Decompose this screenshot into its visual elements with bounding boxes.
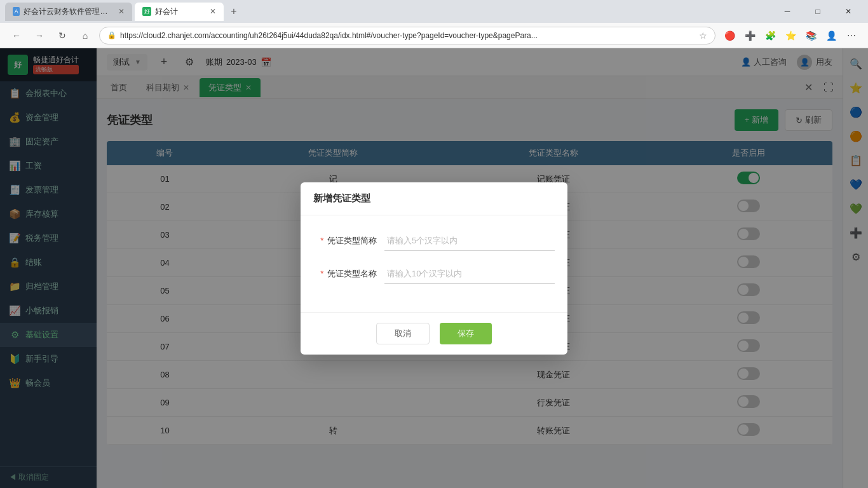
tab2-title: 好会计 (155, 6, 178, 17)
new-tab-button[interactable]: + (226, 4, 241, 19)
maximize-button[interactable]: □ (803, 1, 832, 22)
tab2-favicon: 好 (142, 7, 151, 16)
full-name-label-text: 凭证类型名称 (327, 269, 377, 278)
save-button[interactable]: 保存 (440, 323, 492, 344)
form-row-full-name: * 凭证类型名称 (313, 264, 555, 284)
forward-button[interactable]: → (31, 27, 48, 44)
back-button[interactable]: ← (8, 27, 25, 44)
minimize-button[interactable]: ─ (773, 1, 802, 22)
favorites-icon[interactable]: ⭐ (782, 27, 799, 44)
url-lock-icon: 🔒 (107, 31, 116, 39)
full-name-input[interactable] (384, 264, 555, 284)
short-name-label: * 凭证类型简称 (313, 235, 377, 247)
modal-header: 新增凭证类型 (301, 182, 567, 215)
short-name-label-text: 凭证类型简称 (327, 236, 377, 245)
browser-menu[interactable]: ⋯ (843, 27, 860, 44)
tab-2[interactable]: 好 好会计 ✕ (135, 3, 224, 21)
tab-bar: A 好会计云财务软件管理系统_会计 ✕ 好 好会计 ✕ + (5, 3, 764, 21)
refresh-button[interactable]: ↻ (53, 27, 71, 44)
modal-title: 新增凭证类型 (313, 193, 370, 203)
required-star-1: * (320, 236, 323, 245)
save-label: 保存 (458, 329, 474, 338)
modal-overlay: 新增凭证类型 * 凭证类型简称 * 凭证类型名称 取消 (0, 48, 868, 488)
form-row-short-name: * 凭证类型简称 (313, 231, 555, 251)
add-tab-icon[interactable]: ➕ (741, 27, 759, 44)
url-star-icon[interactable]: ☆ (699, 30, 707, 41)
tab1-title: 好会计云财务软件管理系统_会计 (24, 6, 114, 17)
browser-chrome: A 好会计云财务软件管理系统_会计 ✕ 好 好会计 ✕ + ─ □ ✕ (0, 0, 868, 23)
close-button[interactable]: ✕ (834, 1, 863, 22)
tab1-favicon: A (13, 7, 20, 16)
tab1-close[interactable]: ✕ (118, 7, 125, 16)
url-text: https://cloud2.chanjet.com/accounting/uh… (120, 31, 695, 40)
address-bar: ← → ↻ ⌂ 🔒 https://cloud2.chanjet.com/acc… (0, 23, 868, 48)
browser-user[interactable]: 👤 (822, 27, 840, 44)
modal-footer: 取消 保存 (301, 312, 567, 355)
modal-body: * 凭证类型简称 * 凭证类型名称 (301, 215, 567, 312)
tab-1[interactable]: A 好会计云财务软件管理系统_会计 ✕ (5, 3, 132, 21)
new-voucher-type-modal: 新增凭证类型 * 凭证类型简称 * 凭证类型名称 取消 (301, 182, 567, 355)
cancel-label: 取消 (395, 329, 411, 338)
full-name-label: * 凭证类型名称 (313, 268, 377, 280)
extensions-button[interactable]: 🔴 (721, 27, 738, 44)
extensions-icon[interactable]: 🧩 (761, 27, 779, 44)
collections-icon[interactable]: 📚 (802, 27, 820, 44)
address-bar-actions: 🔴 ➕ 🧩 ⭐ 📚 👤 ⋯ (721, 27, 860, 44)
cancel-button[interactable]: 取消 (376, 323, 430, 344)
home-button[interactable]: ⌂ (76, 27, 94, 44)
url-bar[interactable]: 🔒 https://cloud2.chanjet.com/accounting/… (99, 27, 715, 44)
short-name-input[interactable] (384, 231, 555, 251)
window-controls: ─ □ ✕ (773, 1, 863, 22)
required-star-2: * (320, 269, 323, 278)
tab2-close[interactable]: ✕ (210, 7, 216, 16)
